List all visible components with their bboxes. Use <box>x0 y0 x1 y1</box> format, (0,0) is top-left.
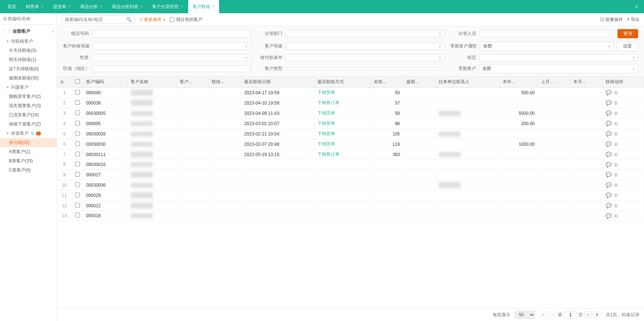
row-checkbox[interactable] <box>75 162 80 166</box>
sidebar-collapse-icon[interactable]: « <box>52 29 54 33</box>
cell-cb[interactable] <box>72 108 83 119</box>
close-analysis-icon[interactable]: × <box>100 0 102 13</box>
filter-search-box[interactable]: 🔍 <box>61 15 135 24</box>
sidebar-item-hoard[interactable]: 囤购异常客户(2) <box>0 92 57 101</box>
filter-search-input[interactable] <box>65 17 124 22</box>
nav-tab-sales[interactable]: 销售单 × <box>21 0 48 13</box>
nav-tab-customer-contact[interactable]: 客户联络 × <box>188 0 219 13</box>
grid-icon[interactable]: ⊞ <box>614 162 618 167</box>
page-size-select[interactable]: 50 100 200 <box>515 311 535 319</box>
method-link[interactable]: 下销货单 <box>317 90 335 95</box>
sidebar-item-7days[interactable]: 近7天待联络(0) <box>0 64 57 74</box>
th-settings[interactable]: ⚙ <box>57 77 72 88</box>
row-checkbox[interactable] <box>75 141 80 146</box>
nav-tab-analysis[interactable]: 商品分析 × <box>76 0 107 13</box>
sidebar-group-value[interactable]: ▼ 价值客户 ↻ ! <box>0 129 57 138</box>
sidebar-all-customers[interactable]: ⋮⋮ 全部客户 « <box>0 26 57 37</box>
nav-tab-purchase[interactable]: 进货单 × <box>49 0 75 13</box>
cell-cb[interactable] <box>72 149 83 160</box>
page-input[interactable] <box>564 311 577 318</box>
close-segment-icon[interactable]: × <box>181 0 183 13</box>
my-customers-checkbox[interactable]: 我分管的客户 <box>170 17 203 23</box>
grid-icon[interactable]: ⊞ <box>614 182 618 188</box>
grid-icon[interactable]: ⊞ <box>614 203 618 208</box>
method-link[interactable]: 下销售订单 <box>317 152 339 157</box>
reset-button[interactable]: 设置 <box>617 41 638 51</box>
row-checkbox[interactable] <box>75 100 80 105</box>
chat-icon[interactable]: 💬 <box>606 162 612 167</box>
cell-cb[interactable] <box>72 160 83 170</box>
first-page-btn[interactable]: K <box>539 311 547 318</box>
dept-select[interactable]: ∨ <box>285 30 444 37</box>
sidebar-group-problem[interactable]: ▼ 问题客户 <box>0 83 57 92</box>
row-checkbox[interactable] <box>75 90 80 95</box>
region-select[interactable]: ··· <box>92 65 251 72</box>
grid-icon[interactable]: ⊞ <box>614 100 618 106</box>
chat-icon[interactable]: 💬 <box>606 131 612 137</box>
sidebar-item-declining[interactable]: 持续下滑客户(2) <box>0 120 57 129</box>
staff-select[interactable]: ··· <box>479 30 615 37</box>
sidebar-group-pending[interactable]: ▼ 待联络客户 <box>0 37 57 46</box>
grid-icon[interactable]: ⊞ <box>614 90 618 95</box>
method-link[interactable]: 下销货单 <box>317 110 335 116</box>
sidebar-item-classA[interactable]: A类客户(1) <box>0 147 57 156</box>
close-sales-icon[interactable]: × <box>41 0 43 13</box>
sidebar-item-classB[interactable]: B类客户(33) <box>0 156 57 166</box>
method-link[interactable]: 下销货单 <box>317 121 335 126</box>
retail-customer-select[interactable]: 全部 ∨ <box>479 64 638 73</box>
close-analysis-list-icon[interactable]: × <box>141 0 143 13</box>
chat-icon[interactable]: 💬 <box>606 203 612 208</box>
filter-search-icon[interactable]: 🔍 <box>126 17 132 22</box>
settings-icon[interactable]: ⚙ <box>60 80 64 85</box>
chat-icon[interactable]: 💬 <box>606 172 612 177</box>
payment-select[interactable]: ∨ <box>285 54 444 61</box>
chat-icon[interactable]: 💬 <box>606 90 612 95</box>
row-checkbox[interactable] <box>75 152 80 156</box>
sidebar-search-input[interactable] <box>3 16 57 21</box>
nav-tab-customer-segment[interactable]: 客户分层经营 × <box>148 0 187 13</box>
row-checkbox[interactable] <box>75 110 80 115</box>
close-all-icon[interactable]: × <box>632 4 641 10</box>
refresh-icon[interactable]: ↻ <box>31 131 35 136</box>
grid-icon[interactable]: ⊞ <box>614 110 618 116</box>
export-btn[interactable]: ↗ 导出 <box>626 17 640 23</box>
sidebar-item-churn-warning[interactable]: 流失预警客户(3) <box>0 101 57 110</box>
grid-icon[interactable]: ⊞ <box>614 121 618 126</box>
cell-cb[interactable] <box>72 211 83 221</box>
nature-select[interactable]: ∨ <box>92 54 251 61</box>
cell-cb[interactable] <box>72 98 83 108</box>
cell-cb[interactable] <box>72 139 83 149</box>
row-checkbox[interactable] <box>75 131 80 136</box>
status-select[interactable]: ∨ <box>479 54 638 61</box>
row-checkbox[interactable] <box>75 193 80 197</box>
grid-icon[interactable]: ⊞ <box>614 172 618 177</box>
cell-cb[interactable] <box>72 129 83 139</box>
close-contact-icon[interactable]: × <box>212 0 215 13</box>
phone-input[interactable] <box>92 30 251 38</box>
sidebar-item-ungroup[interactable]: 未分组(32) <box>0 138 57 147</box>
grid-icon[interactable]: ⊞ <box>614 131 618 137</box>
more-conditions-btn[interactable]: ▽ 更多条件 ∨ <box>140 17 165 23</box>
price-level-select[interactable]: ∨ <box>92 43 251 50</box>
row-checkbox[interactable] <box>75 182 80 187</box>
my-customers-check-input[interactable] <box>170 17 175 22</box>
chat-icon[interactable]: 💬 <box>606 121 612 126</box>
customer-type-select[interactable] <box>285 67 444 70</box>
grid-icon[interactable]: ⊞ <box>614 141 618 147</box>
chat-icon[interactable]: 💬 <box>606 152 612 157</box>
cell-cb[interactable] <box>72 119 83 129</box>
query-button[interactable]: 查询 <box>617 29 638 38</box>
chat-icon[interactable]: 💬 <box>606 193 612 198</box>
cell-cb[interactable] <box>72 201 83 211</box>
grid-icon[interactable]: ⊞ <box>614 152 618 157</box>
method-link[interactable]: 下销售订单 <box>317 100 339 105</box>
sidebar-item-lost[interactable]: 已流失客户(24) <box>0 110 57 120</box>
chat-icon[interactable]: 💬 <box>606 213 612 219</box>
row-checkbox[interactable] <box>75 121 80 126</box>
sidebar-item-overdue[interactable]: 逾期未联络(30) <box>0 74 57 83</box>
row-checkbox[interactable] <box>75 172 80 177</box>
cell-cb[interactable] <box>72 190 83 201</box>
chat-icon[interactable]: 💬 <box>606 182 612 188</box>
cell-cb[interactable] <box>72 170 83 180</box>
close-purchase-icon[interactable]: × <box>68 0 71 13</box>
